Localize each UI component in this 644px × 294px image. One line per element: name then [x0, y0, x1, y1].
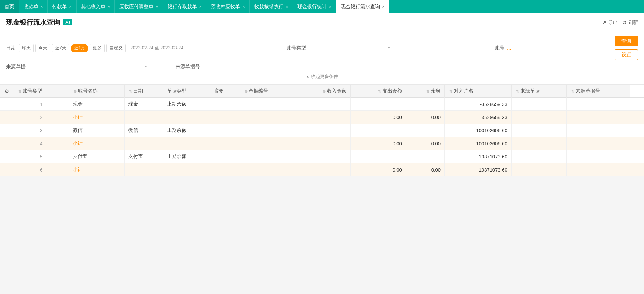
nav-tab-qitashouruden[interactable]: 其他收入单 ×	[77, 0, 115, 13]
table-cell	[295, 163, 351, 176]
close-icon[interactable]: ×	[156, 4, 158, 9]
close-icon[interactable]: ×	[69, 4, 71, 9]
page-title: 现金银行流水查询	[6, 18, 60, 27]
table-cell	[351, 150, 406, 163]
nav-tab-xianjinyinhang[interactable]: 现金银行统计 ×	[293, 0, 336, 13]
col-doc-type[interactable]: 单据类型	[163, 85, 210, 98]
table-cell	[210, 150, 240, 163]
sort-icon: ⇅	[18, 89, 21, 93]
table-cell: 小计	[69, 111, 125, 124]
table-container: ⚙ ⇅ 账号类型 ⇅ 账号名称 ⇅ 日期 单据类型 摘要	[0, 85, 644, 176]
table-header: ⚙ ⇅ 账号类型 ⇅ 账号名称 ⇅ 日期 单据类型 摘要	[0, 85, 644, 98]
nav-tab-yinhangcunqu[interactable]: 银行存取款单 ×	[163, 0, 206, 13]
close-icon[interactable]: ×	[199, 4, 201, 9]
nav-tab-yingshoutiaozheng[interactable]: 应收应付调整单 ×	[115, 0, 163, 13]
col-gear[interactable]: ⚙	[0, 85, 14, 98]
table-cell	[240, 124, 295, 137]
table-cell	[295, 150, 351, 163]
table-cell	[210, 111, 240, 124]
date-btn-yesterday[interactable]: 昨天	[19, 44, 34, 52]
nav-home-label: 首页	[5, 3, 14, 10]
account-type-select[interactable]: ▾	[308, 45, 392, 51]
col-summary[interactable]: 摘要	[210, 85, 240, 98]
col-account-type[interactable]: ⇅ 账号类型	[14, 85, 69, 98]
table-cell	[630, 124, 644, 137]
nav-tab-label: 付款单	[52, 3, 67, 10]
table-cell: 1	[14, 98, 69, 111]
table-body: 1现金现金上期余额-3528659.332小计0.000.00-3528659.…	[0, 98, 644, 176]
col-account-name[interactable]: ⇅ 账号名称	[69, 85, 125, 98]
top-nav: 首页 收款单 × 付款单 × 其他收入单 × 应收应付调整单 × 银行存取款单 …	[0, 0, 644, 13]
table-cell	[511, 98, 567, 111]
col-counterparty[interactable]: ⇅ 对方户名	[445, 85, 512, 98]
sort-icon: ⇅	[426, 89, 429, 93]
table-cell: 2	[14, 111, 69, 124]
page-header: 现金银行流水查询 Ai ↗ 导出 ↺ 刷新	[0, 13, 644, 31]
export-label: 导出	[608, 19, 618, 26]
source-doc-select[interactable]: ▾	[28, 63, 149, 70]
table-cell	[163, 163, 210, 176]
collapse-button[interactable]: ∧ 收起更多条件	[306, 73, 338, 80]
export-button[interactable]: ↗ 导出	[602, 19, 618, 26]
table-cell	[630, 137, 644, 150]
gear-cell	[0, 137, 14, 150]
table-cell: 支付宝	[124, 150, 163, 163]
close-icon[interactable]: ×	[108, 4, 110, 9]
col-source-doc[interactable]: ⇅ 来源单据	[511, 85, 567, 98]
nav-tab-liushui[interactable]: 现金银行流水查询 ×	[336, 0, 389, 13]
date-label: 日期	[6, 45, 16, 51]
close-icon[interactable]: ×	[329, 4, 331, 9]
nav-home[interactable]: 首页	[0, 0, 19, 13]
table-cell	[240, 163, 295, 176]
table-cell: 0.00	[406, 137, 444, 150]
col-source-doc-no[interactable]: ⇅ 来源单据号	[567, 85, 630, 98]
table-cell	[630, 150, 644, 163]
table-cell: -3528659.33	[445, 98, 512, 111]
table-cell: 6	[14, 163, 69, 176]
nav-tab-label: 应收应付调整单	[119, 3, 153, 10]
settings-button[interactable]: 设置	[615, 49, 638, 60]
table-cell: 0.00	[351, 137, 406, 150]
ai-badge[interactable]: Ai	[63, 19, 72, 25]
col-date[interactable]: ⇅ 日期	[124, 85, 163, 98]
chevron-down-icon: ▾	[388, 45, 390, 50]
refresh-label: 刷新	[628, 19, 638, 26]
table-cell: 现金	[69, 98, 125, 111]
nav-tab-label: 其他收入单	[81, 3, 105, 10]
account-label: 账号	[495, 45, 504, 51]
table-cell: 上期余额	[163, 124, 210, 137]
close-icon[interactable]: ×	[382, 4, 384, 9]
date-btn-custom[interactable]: 自定义	[106, 44, 126, 52]
col-balance[interactable]: ⇅ 余额	[406, 85, 444, 98]
date-btn-7days[interactable]: 近7天	[52, 44, 69, 52]
table-cell: 上期余额	[163, 98, 210, 111]
collapse-row: ∧ 收起更多条件	[6, 73, 638, 80]
nav-tab-yushouchong[interactable]: 预收冲应收单 ×	[206, 0, 249, 13]
col-doc-no[interactable]: ⇅ 单据编号	[240, 85, 295, 98]
sort-icon: ⇅	[449, 89, 452, 93]
col-expense[interactable]: ⇅ 支出金额	[351, 85, 406, 98]
table-cell	[240, 111, 295, 124]
nav-tab-shoukuandan[interactable]: 收款单 ×	[19, 0, 48, 13]
date-btn-more[interactable]: 更多	[90, 44, 105, 52]
source-doc-no-input[interactable]	[202, 63, 638, 70]
table-cell	[630, 111, 644, 124]
query-button[interactable]: 查询	[615, 36, 638, 46]
account-dots[interactable]: ...	[507, 45, 512, 51]
table-cell	[240, 137, 295, 150]
table-cell	[240, 98, 295, 111]
close-icon[interactable]: ×	[286, 4, 288, 9]
close-icon[interactable]: ×	[242, 4, 245, 9]
close-icon[interactable]: ×	[41, 4, 43, 9]
nav-tab-label: 收款核销执行	[254, 3, 284, 10]
table-cell: 微信	[124, 124, 163, 137]
nav-tab-fukuandan[interactable]: 付款单 ×	[48, 0, 76, 13]
nav-tab-shoukuanhexiao[interactable]: 收款核销执行 ×	[250, 0, 293, 13]
col-income[interactable]: ⇅ 收入金额	[295, 85, 351, 98]
refresh-button[interactable]: ↺ 刷新	[622, 19, 638, 26]
date-btn-today[interactable]: 今天	[35, 44, 50, 52]
table-cell	[630, 98, 644, 111]
sort-icon: ⇅	[571, 89, 574, 93]
table-cell	[567, 124, 630, 137]
date-btn-1month[interactable]: 近1月	[71, 44, 89, 52]
